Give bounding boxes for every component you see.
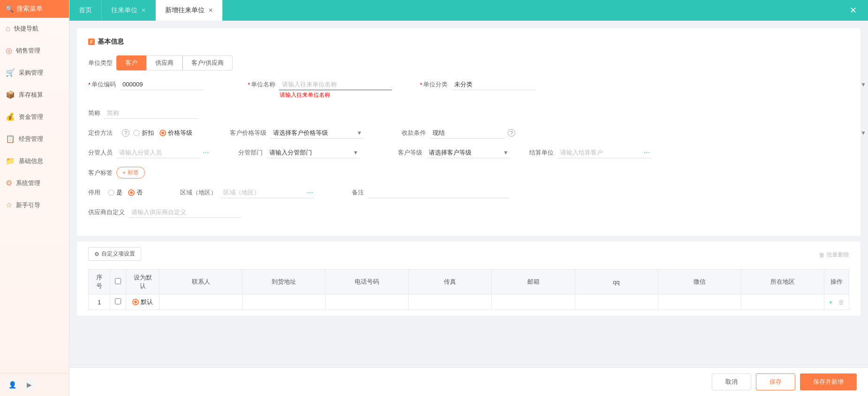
add-tag-icon: + (122, 170, 126, 176)
supplier-custom-input[interactable] (129, 207, 241, 218)
unit-category-input[interactable] (451, 79, 536, 90)
phone-input[interactable] (330, 299, 404, 306)
tab-new-partner-label: 新增往来单位 (165, 6, 205, 15)
row-checkbox[interactable] (115, 298, 121, 304)
sidebar-item-basic-info[interactable]: 📁 基础信息 (0, 150, 69, 172)
search-icon: 🔍 (6, 5, 14, 13)
sidebar-item-guide[interactable]: ☆ 新手引导 (0, 194, 69, 216)
sidebar-item-finance[interactable]: 💰 资金管理 (0, 106, 69, 128)
settlement-wrapper: ··· (557, 147, 651, 158)
unit-name-input[interactable] (279, 79, 392, 90)
table-section: ⚙ 自定义项设置 🗑 批量删除 序号 设为默认 联系人 到货地址 电话 (77, 241, 860, 316)
department-select-input[interactable]: 请输入分管部门 (266, 147, 360, 158)
pricing-discount-label: 折扣 (142, 129, 154, 137)
sidebar-item-quick-nav[interactable]: ⌂ 快捷导航 (0, 18, 69, 39)
customer-level-select: 请选择客户等级 ▼ (426, 147, 510, 158)
settlement-label: 结算单位 (529, 148, 557, 157)
customer-price-select-input[interactable]: 请选择客户价格等级 (270, 127, 364, 138)
payment-terms-wrapper: ▼ (430, 127, 505, 139)
payment-terms-input[interactable] (430, 127, 514, 138)
wechat-input[interactable] (663, 299, 736, 306)
sidebar-item-inventory[interactable]: 📦 库存核算 (0, 84, 69, 106)
payment-terms-label: 收款条件 (402, 129, 430, 137)
fax-input[interactable] (413, 299, 487, 306)
remark-input[interactable] (368, 187, 509, 198)
tab-home[interactable]: 首页 (69, 0, 102, 21)
add-tag-label: 标签 (128, 169, 139, 177)
add-tag-button[interactable]: + 标签 (116, 167, 145, 179)
disabled-no[interactable]: 否 (128, 188, 143, 197)
tabs-close-all[interactable]: ✕ (846, 3, 860, 17)
sidebar-item-label: 系统管理 (16, 179, 40, 187)
section-icon: F (88, 39, 95, 45)
unit-code-input[interactable] (120, 79, 204, 90)
cancel-button[interactable]: 取消 (712, 373, 751, 390)
payment-terms-arrow: ▼ (860, 130, 866, 136)
pricing-radio-level[interactable]: 价格等级 (160, 129, 192, 137)
tab-partners[interactable]: 往来单位 ✕ (102, 0, 156, 21)
search-menu[interactable]: 🔍 搜索菜单 (0, 0, 69, 18)
unit-type-customer[interactable]: 客户 (116, 55, 146, 70)
save-new-button[interactable]: 保存并新增 (800, 373, 857, 390)
sidebar-user-btn[interactable]: 👤 (6, 378, 19, 391)
tab-new-partner-close[interactable]: ✕ (208, 7, 213, 14)
unit-name-required: * (248, 81, 250, 88)
unit-category-label: 单位分类 (423, 80, 451, 89)
sidebar-item-label: 快捷导航 (14, 24, 38, 33)
save-button[interactable]: 保存 (756, 373, 795, 390)
short-name-row: 简称 (88, 108, 849, 119)
sales-icon: ◎ (6, 46, 12, 55)
location-input[interactable] (746, 299, 819, 306)
customer-tag-label: 客户标签 (88, 169, 116, 177)
section-title-text: 基本信息 (98, 38, 124, 46)
region-input[interactable] (221, 187, 305, 198)
payment-terms-field: 收款条件 ▼ ? (402, 127, 515, 139)
short-name-input[interactable] (104, 108, 198, 119)
th-wechat: 微信 (658, 270, 741, 295)
pricing-help-icon[interactable]: ? (122, 129, 129, 137)
email-input[interactable] (496, 299, 570, 306)
custom-settings-button[interactable]: ⚙ 自定义项设置 (88, 247, 141, 261)
tab-new-partner[interactable]: 新增往来单位 ✕ (156, 0, 222, 21)
sidebar-item-system[interactable]: ⚙ 系统管理 (0, 172, 69, 194)
tab-home-label: 首页 (79, 6, 92, 15)
disabled-yes[interactable]: 是 (108, 188, 122, 197)
main-area: 首页 往来单位 ✕ 新增往来单位 ✕ ✕ F 基本信息 单位类型 客户 (69, 0, 868, 396)
sidebar-item-purchase[interactable]: 🛒 采购管理 (0, 62, 69, 84)
address-input[interactable] (247, 299, 320, 306)
th-fax: 传真 (409, 270, 492, 295)
guide-icon: ☆ (6, 201, 12, 210)
manager-input[interactable] (116, 147, 201, 158)
manager-row: 分管人员 ··· 分管部门 请输入分管部门 ▼ (88, 147, 849, 158)
unit-type-supplier[interactable]: 供应商 (146, 55, 183, 70)
td-qq (575, 295, 658, 310)
sidebar-item-operation[interactable]: 📋 经营管理 (0, 128, 69, 150)
manager-more[interactable]: ··· (201, 148, 211, 157)
settlement-more[interactable]: ··· (642, 148, 652, 157)
pricing-radio-discount[interactable]: 折扣 (133, 129, 154, 137)
customer-level-select-input[interactable]: 请选择客户等级 (426, 147, 510, 158)
region-more[interactable]: ··· (305, 188, 315, 197)
sidebar-item-sales[interactable]: ◎ 销售管理 (0, 39, 69, 62)
basic-info-section: F 基本信息 单位类型 客户 供应商 客户/供应商 * (77, 28, 860, 236)
sidebar-expand-btn[interactable]: ▶ (23, 378, 36, 391)
qq-input[interactable] (580, 299, 653, 306)
manager-label: 分管人员 (88, 148, 116, 157)
td-default: 默认 (126, 295, 159, 310)
tab-partners-close[interactable]: ✕ (141, 7, 146, 14)
operation-icon: 📋 (6, 134, 15, 143)
contact-input[interactable] (164, 299, 237, 306)
add-row-btn[interactable]: + (829, 299, 833, 306)
unit-type-both[interactable]: 客户/供应商 (183, 55, 233, 70)
pricing-radio-group: 折扣 价格等级 (133, 129, 192, 137)
th-select-all[interactable] (115, 278, 121, 284)
disabled-row: 停用 是 否 区域（地区） (88, 187, 849, 198)
row-default-radio[interactable]: 默认 (131, 298, 154, 306)
settlement-input[interactable] (557, 147, 642, 158)
customer-tag-row: 客户标签 + 标签 (88, 167, 849, 179)
td-action: + 🗑 (824, 295, 849, 310)
unit-type-group: 客户 供应商 客户/供应商 (116, 55, 233, 70)
delete-row-btn[interactable]: 🗑 (838, 299, 844, 306)
payment-help-icon[interactable]: ? (508, 129, 515, 137)
finance-icon: 💰 (6, 112, 15, 121)
